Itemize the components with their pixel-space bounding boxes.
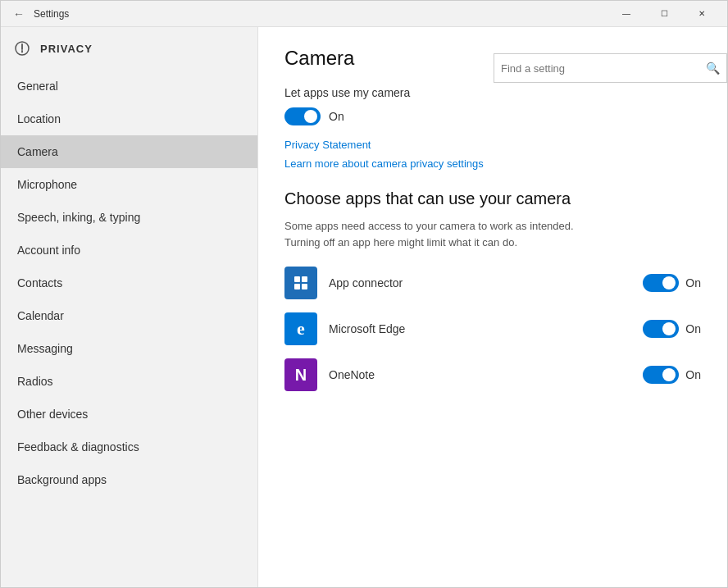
- sidebar-item-background-apps[interactable]: Background apps: [1, 463, 257, 496]
- content-wrapper: 🔍 Camera Let apps use my camera On Priva…: [258, 27, 727, 587]
- sidebar-item-speech[interactable]: Speech, inking, & typing: [1, 201, 257, 234]
- app-connector-icon: [284, 267, 317, 299]
- sidebar: PRIVACY General Location Camera Micropho…: [1, 27, 258, 587]
- learn-more-link[interactable]: Learn more about camera privacy settings: [284, 157, 701, 170]
- window-title: Settings: [34, 8, 607, 20]
- sidebar-item-camera[interactable]: Camera: [1, 135, 257, 168]
- onenote-icon: N: [284, 358, 317, 391]
- sidebar-item-account-info[interactable]: Account info: [1, 234, 257, 267]
- privacy-statement-link[interactable]: Privacy Statement: [284, 139, 701, 151]
- search-icon[interactable]: 🔍: [706, 62, 720, 75]
- sidebar-item-radios[interactable]: Radios: [1, 365, 257, 398]
- sidebar-item-calendar[interactable]: Calendar: [1, 299, 257, 332]
- sidebar-item-location[interactable]: Location: [1, 103, 257, 135]
- sidebar-item-microphone[interactable]: Microphone: [1, 168, 257, 201]
- sidebar-item-messaging[interactable]: Messaging: [1, 332, 257, 365]
- ms-edge-name: Microsoft Edge: [329, 322, 631, 335]
- app-item-onenote: N OneNote On: [284, 358, 701, 391]
- main-layout: PRIVACY General Location Camera Micropho…: [1, 27, 727, 587]
- description-text: Some apps need access to your camera to …: [284, 218, 701, 250]
- sidebar-item-contacts[interactable]: Contacts: [1, 267, 257, 299]
- choose-apps-heading: Choose apps that can use your camera: [284, 189, 701, 208]
- onenote-toggle-area: On: [643, 366, 701, 384]
- app-item-edge: e Microsoft Edge On: [284, 312, 701, 345]
- maximize-button[interactable]: ☐: [645, 1, 683, 27]
- title-bar: ← Settings — ☐ ✕: [1, 1, 727, 27]
- app-connector-toggle-area: On: [643, 274, 701, 292]
- app-connector-toggle-label: On: [685, 276, 701, 289]
- minimize-button[interactable]: —: [607, 1, 645, 27]
- main-camera-toggle[interactable]: [284, 107, 321, 125]
- onenote-toggle[interactable]: [643, 366, 679, 384]
- svg-rect-3: [294, 284, 300, 289]
- ms-edge-toggle[interactable]: [643, 320, 679, 338]
- close-button[interactable]: ✕: [683, 1, 721, 27]
- let-apps-label: Let apps use my camera: [284, 86, 701, 99]
- content-area: Camera Let apps use my camera On Privacy…: [258, 27, 727, 587]
- app-connector-toggle[interactable]: [643, 274, 679, 292]
- sidebar-item-general[interactable]: General: [1, 70, 257, 103]
- ms-edge-toggle-area: On: [643, 320, 701, 338]
- main-toggle-row: On: [284, 107, 701, 125]
- main-toggle-label: On: [329, 110, 344, 123]
- settings-window: ← Settings — ☐ ✕ PRIVACY General: [0, 0, 728, 588]
- sidebar-nav: General Location Camera Microphone Speec…: [1, 70, 257, 587]
- search-input[interactable]: [501, 62, 701, 75]
- onenote-name: OneNote: [329, 368, 631, 381]
- sidebar-title: PRIVACY: [40, 43, 93, 55]
- search-box[interactable]: 🔍: [494, 53, 727, 83]
- window-controls: — ☐ ✕: [607, 1, 721, 27]
- sidebar-item-feedback[interactable]: Feedback & diagnostics: [1, 431, 257, 463]
- privacy-icon: [14, 40, 30, 57]
- svg-rect-4: [302, 284, 307, 289]
- app-item-connector: App connector On: [284, 267, 701, 299]
- svg-rect-1: [294, 276, 300, 282]
- onenote-toggle-label: On: [685, 368, 701, 381]
- app-connector-name: App connector: [329, 276, 631, 289]
- sidebar-item-other-devices[interactable]: Other devices: [1, 398, 257, 431]
- sidebar-header: PRIVACY: [1, 27, 257, 70]
- ms-edge-icon: e: [284, 312, 317, 345]
- svg-rect-2: [302, 276, 307, 282]
- ms-edge-toggle-label: On: [685, 322, 701, 335]
- back-button[interactable]: ←: [7, 2, 30, 25]
